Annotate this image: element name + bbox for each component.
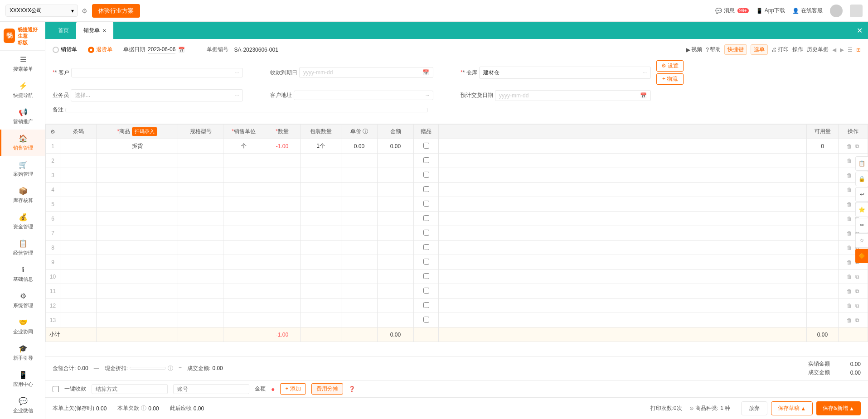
cell-amount[interactable] <box>378 197 414 212</box>
sidebar-item-system[interactable]: ⚙ 系统管理 <box>0 287 45 313</box>
cell-amount[interactable] <box>378 183 414 197</box>
sidebar-item-search[interactable]: ☰ 搜索菜单 <box>0 51 45 77</box>
cell-amount[interactable] <box>378 284 414 299</box>
cell-pack-qty[interactable] <box>301 255 341 270</box>
cell-amount[interactable] <box>378 168 414 183</box>
sidebar-item-marketing[interactable]: 📢 营销推广 <box>0 103 45 130</box>
warehouse-input[interactable]: 建材仓 ··· <box>479 67 651 79</box>
logistics-btn[interactable]: + 物流 <box>656 73 684 85</box>
cell-gift[interactable] <box>414 270 439 284</box>
print-btn[interactable]: 🖨打印 <box>771 46 789 53</box>
radio-sales-order[interactable]: 销货单 <box>53 46 77 53</box>
due-date-cal-icon[interactable]: 📅 <box>422 69 429 76</box>
cell-spec[interactable] <box>178 226 223 241</box>
cell-spec[interactable] <box>178 299 223 313</box>
trial-button[interactable]: 体验行业方案 <box>92 4 140 18</box>
cell-quantity[interactable] <box>264 168 301 183</box>
help-btn[interactable]: ?帮助 <box>706 46 721 53</box>
delete-icon[interactable]: 🗑 <box>847 303 852 309</box>
delete-icon[interactable]: 🗑 <box>847 143 852 149</box>
cell-spec[interactable] <box>178 270 223 284</box>
nav-prev-icon[interactable]: ◀ <box>832 47 836 53</box>
cell-unit[interactable] <box>223 154 264 168</box>
cell-unit[interactable] <box>223 313 264 327</box>
cell-remark[interactable] <box>439 183 807 197</box>
cell-unit[interactable] <box>223 299 264 313</box>
owe-info-icon[interactable]: ⓘ <box>141 405 146 412</box>
cell-remark[interactable] <box>439 154 807 168</box>
float-btn-2[interactable]: 🔒 <box>855 172 868 186</box>
cell-barcode[interactable] <box>60 284 97 299</box>
cell-gift[interactable] <box>414 313 439 327</box>
cell-remark[interactable] <box>439 299 807 313</box>
cell-remark[interactable] <box>439 313 807 327</box>
cell-unit[interactable] <box>223 168 264 183</box>
cell-gift[interactable] <box>414 168 439 183</box>
cell-barcode[interactable] <box>60 183 97 197</box>
cell-unit-price[interactable] <box>341 168 378 183</box>
cell-unit-price[interactable] <box>341 299 378 313</box>
cell-unit-price[interactable] <box>341 212 378 226</box>
cell-pack-qty[interactable] <box>301 270 341 284</box>
sidebar-item-guide[interactable]: 🎓 新手引导 <box>0 340 45 366</box>
cell-unit-price[interactable] <box>341 270 378 284</box>
float-btn-1[interactable]: 📋 <box>855 156 868 171</box>
cell-remark[interactable] <box>439 197 807 212</box>
cell-barcode[interactable] <box>60 139 97 154</box>
cell-gift[interactable] <box>414 226 439 241</box>
cell-amount[interactable] <box>378 226 414 241</box>
cell-quantity[interactable] <box>264 226 301 241</box>
cell-amount[interactable] <box>378 212 414 226</box>
doc-settings-btn[interactable]: ⚙ 设置 <box>656 60 684 72</box>
cell-remark[interactable] <box>439 139 807 154</box>
online-service-btn[interactable]: 👤 在线客服 <box>792 7 823 14</box>
cell-unit-price[interactable] <box>341 154 378 168</box>
cell-unit[interactable] <box>223 284 264 299</box>
video-btn[interactable]: ▶视频 <box>686 46 702 53</box>
cell-remark[interactable] <box>439 212 807 226</box>
cell-product[interactable] <box>97 284 178 299</box>
customer-address-input[interactable]: ··· <box>294 91 433 100</box>
cell-pack-qty[interactable] <box>301 183 341 197</box>
cell-unit-price[interactable] <box>341 313 378 327</box>
cell-remark[interactable] <box>439 241 807 255</box>
notes-input[interactable] <box>65 108 428 112</box>
cell-quantity[interactable] <box>264 313 301 327</box>
cell-quantity[interactable] <box>264 255 301 270</box>
cell-barcode[interactable] <box>60 154 97 168</box>
app-download-btn[interactable]: 📱 App下载 <box>756 7 785 14</box>
expected-date-input[interactable]: yyyy-mm-dd 📅 <box>495 90 651 101</box>
sidebar-item-sales[interactable]: 🏠 销售管理 <box>0 130 45 156</box>
cell-amount[interactable] <box>378 255 414 270</box>
cell-unit-price[interactable]: 0.00 <box>341 139 378 154</box>
add-payment-btn[interactable]: + 添加 <box>280 383 305 395</box>
cell-barcode[interactable] <box>60 226 97 241</box>
cell-spec[interactable] <box>178 313 223 327</box>
cell-spec[interactable] <box>178 284 223 299</box>
cell-remark[interactable] <box>439 270 807 284</box>
cell-unit[interactable] <box>223 255 264 270</box>
cell-gift[interactable] <box>414 284 439 299</box>
cell-gift[interactable] <box>414 299 439 313</box>
sidebar-item-finance[interactable]: 💰 资金管理 <box>0 208 45 235</box>
cell-spec[interactable] <box>178 139 223 154</box>
settings-icon[interactable]: ⚙ <box>82 7 87 14</box>
customer-input[interactable]: ··· <box>71 68 243 77</box>
discount-input[interactable] <box>130 367 166 370</box>
company-selector[interactable]: XXXXXX公司 ▾ <box>5 5 78 17</box>
delete-icon[interactable]: 🗑 <box>847 230 852 236</box>
cell-spec[interactable] <box>178 255 223 270</box>
sidebar-item-operations[interactable]: 📋 经营管理 <box>0 235 45 261</box>
cell-pack-qty[interactable] <box>301 299 341 313</box>
cell-pack-qty[interactable] <box>301 154 341 168</box>
save-new-btn[interactable]: 保存&新增 ▲ <box>816 401 861 415</box>
shortcut-btn[interactable]: 快捷键 <box>724 44 747 55</box>
cell-remark[interactable] <box>439 168 807 183</box>
cell-barcode[interactable] <box>60 313 97 327</box>
cell-barcode[interactable] <box>60 197 97 212</box>
cell-quantity[interactable] <box>264 284 301 299</box>
cell-spec[interactable] <box>178 154 223 168</box>
cell-quantity[interactable] <box>264 241 301 255</box>
nav-next-icon[interactable]: ▶ <box>840 47 844 53</box>
float-btn-6[interactable]: ☆ <box>855 233 868 248</box>
